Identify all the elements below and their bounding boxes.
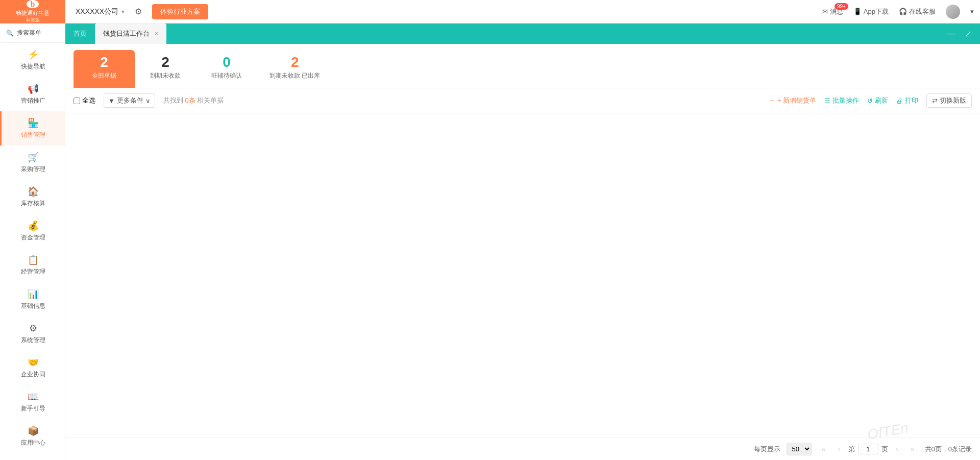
trial-button[interactable]: 体验行业方案 [152, 4, 208, 19]
sidebar: 🔍 搜索菜单 ⚡ 快捷导航 📢 营销推广 🏪 销售管理 🛒 采购管理 🏠 库存核… [0, 23, 65, 460]
plus-icon: ＋ [769, 96, 775, 105]
sidebar-item-system[interactable]: ⚙ 系统管理 [0, 317, 65, 351]
tab-bar: 首页 钱货日清工作台 × — ⤢ [65, 23, 980, 44]
settings-button[interactable]: ⚙ [131, 4, 146, 19]
print-button[interactable]: 🖨 打印 [896, 96, 918, 105]
sidebar-item-inventory[interactable]: 🏠 库存核算 [0, 180, 65, 214]
handshake-icon: 🤝 [28, 357, 39, 368]
app-download-button[interactable]: 📱 App下载 [853, 7, 889, 16]
toolbar-right: ＋ + 新增销货单 ☰ 批量操作 ↺ 刷新 🖨 打印 [769, 93, 972, 108]
stat-num-wangfu: 0 [223, 54, 231, 70]
found-count: 0条 [185, 96, 195, 104]
company-name: XXXXXX公司 [76, 7, 118, 16]
switch-icon: ⇄ [932, 97, 938, 105]
sidebar-label-marketing: 营销推广 [21, 96, 45, 105]
tab-home[interactable]: 首页 [65, 23, 95, 44]
download-icon: 📱 [853, 8, 862, 15]
page-suffix: 页 [881, 445, 888, 454]
page-next-button[interactable]: › [891, 443, 903, 455]
per-page-select[interactable]: 50 [787, 443, 812, 455]
lightning-icon: ⚡ [28, 49, 39, 60]
search-menu-item[interactable]: 🔍 搜索菜单 [0, 23, 65, 43]
sidebar-label-system: 系统管理 [21, 336, 45, 345]
refresh-icon: ↺ [867, 97, 873, 105]
avatar[interactable] [946, 5, 960, 19]
total-text: 共0页，0条记录 [925, 445, 972, 454]
search-icon: 🔍 [6, 30, 14, 37]
tab-home-label: 首页 [74, 29, 87, 38]
sidebar-item-operations[interactable]: 📋 经营管理 [0, 248, 65, 282]
batch-button[interactable]: ☰ 批量操作 [824, 96, 859, 105]
app-logo: b 畅捷通好生意 标准版 [0, 0, 65, 23]
sidebar-item-enterprise[interactable]: 🤝 企业协同 [0, 351, 65, 385]
filter-icon: ▼ [108, 97, 115, 105]
sidebar-label-sales: 销售管理 [21, 131, 45, 139]
refresh-button[interactable]: ↺ 刷新 [867, 96, 888, 105]
stat-label-wangfu: 旺辅待确认 [211, 71, 242, 80]
maximize-tab-button[interactable]: ⤢ [962, 28, 974, 40]
sidebar-item-wechat[interactable]: 💬 企业微信 [0, 453, 65, 460]
sidebar-item-purchase[interactable]: 🛒 采购管理 [0, 146, 65, 180]
company-selector[interactable]: XXXXXX公司 ▾ [71, 5, 129, 18]
sidebar-item-sales[interactable]: 🏪 销售管理 [0, 111, 65, 146]
topbar-content: XXXXXX公司 ▾ ⚙ 体验行业方案 ✉ 消息 99+ 📱 App下载 🎧 在… [71, 4, 974, 19]
sidebar-label-basics: 基础信息 [21, 302, 45, 310]
sidebar-item-marketing[interactable]: 📢 营销推广 [0, 77, 65, 111]
stat-tab-wangfu[interactable]: 0 旺辅待确认 [196, 50, 257, 88]
sidebar-item-quick-nav[interactable]: ⚡ 快捷导航 [0, 43, 65, 77]
page-prev-button[interactable]: ‹ [833, 443, 845, 455]
sidebar-item-guide[interactable]: 📖 新手引导 [0, 385, 65, 419]
topbar-right: ✉ 消息 99+ 📱 App下载 🎧 在线客服 ▾ [822, 5, 974, 19]
pagination-bar: 每页显示 50 « ‹ 第 页 › » 共0页，0条记录 [65, 438, 980, 460]
sidebar-item-basics[interactable]: 📊 基础信息 [0, 282, 65, 317]
minimize-tab-button[interactable]: — [945, 28, 958, 40]
sidebar-item-appstore[interactable]: 📦 应用中心 [0, 419, 65, 453]
filter-label: 更多条件 [117, 96, 143, 105]
toolbar: 全选 ▼ 更多条件 ∨ 共找到 0条 相关单据 ＋ + 新增销货单 [65, 88, 980, 113]
message-icon: ✉ [822, 8, 828, 15]
avatar-image [946, 5, 960, 19]
tab-actions: — ⤢ [945, 28, 980, 40]
page-last-button[interactable]: » [906, 443, 919, 455]
gear-icon: ⚙ [29, 323, 37, 334]
chevron-icon: ∨ [145, 97, 151, 105]
page-first-button[interactable]: « [818, 443, 830, 455]
stat-label-all: 全部单据 [92, 71, 116, 80]
headset-icon: 🎧 [899, 8, 907, 15]
cart-icon: 🛒 [28, 152, 39, 163]
print-icon: 🖨 [896, 97, 903, 105]
sidebar-label-appstore: 应用中心 [21, 439, 45, 447]
chevron-down-icon: ▾ [121, 8, 125, 15]
stat-tab-overdue[interactable]: 2 到期未收款 [135, 50, 196, 88]
found-text: 共找到 0条 相关单据 [163, 96, 224, 105]
page-number-input[interactable] [858, 444, 878, 454]
sidebar-item-finance[interactable]: 💰 资金管理 [0, 214, 65, 248]
stat-num-overdue: 2 [161, 54, 169, 70]
select-all-input[interactable] [74, 98, 80, 104]
sidebar-label-quick-nav: 快捷导航 [21, 62, 45, 71]
stat-tab-all[interactable]: 2 全部单据 [74, 50, 135, 88]
stat-tab-shipped[interactable]: 2 到期未收款 已出库 [257, 50, 332, 88]
stats-tabs: 2 全部单据 2 到期未收款 0 旺辅待确认 2 到期未收款 已出库 [65, 44, 980, 88]
online-service-button[interactable]: 🎧 在线客服 [899, 7, 936, 16]
logo-text: 畅捷通好生意 [16, 9, 50, 17]
tab-qinguo[interactable]: 钱货日清工作台 × [95, 23, 166, 44]
filter-button[interactable]: ▼ 更多条件 ∨ [104, 93, 155, 108]
tab-qinguo-label: 钱货日清工作台 [103, 29, 150, 38]
house-icon: 🏠 [28, 186, 39, 197]
messages-button[interactable]: ✉ 消息 99+ [822, 7, 843, 16]
select-all-checkbox[interactable]: 全选 [74, 96, 95, 105]
search-menu-label: 搜索菜单 [17, 29, 41, 37]
logo-sub: 标准版 [26, 17, 40, 23]
money-icon: 💰 [28, 220, 39, 231]
topbar: b 畅捷通好生意 标准版 XXXXXX公司 ▾ ⚙ 体验行业方案 ✉ 消息 99… [0, 0, 980, 23]
user-name[interactable]: ▾ [970, 8, 974, 15]
message-badge: 99+ [835, 3, 848, 10]
add-sale-button[interactable]: ＋ + 新增销货单 [769, 96, 816, 105]
book-icon: 📖 [28, 391, 39, 402]
sidebar-label-inventory: 库存核算 [21, 199, 45, 208]
tab-close-icon[interactable]: × [155, 30, 158, 37]
page-content: 2 全部单据 2 到期未收款 0 旺辅待确认 2 到期未收款 已出库 [65, 44, 980, 460]
switch-version-button[interactable]: ⇄ 切换新版 [926, 93, 972, 108]
stat-label-overdue: 到期未收款 [150, 71, 181, 80]
